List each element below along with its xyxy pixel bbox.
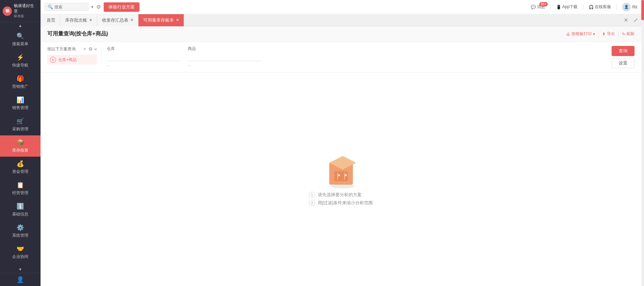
- page-header-actions: 🖨 按模板打印 ▾ ⬆ 导出 ↻ 刷新: [566, 31, 635, 37]
- scroll-up-arrow[interactable]: ▲: [0, 22, 41, 29]
- tab-available[interactable]: 可用量库存账本 ✕: [138, 14, 184, 26]
- sidebar-item-purchase[interactable]: 🛒 采购管理: [0, 114, 41, 135]
- empty-step-2: 2 用[过滤]条件来缩小分析范围: [309, 200, 373, 206]
- topbar: 🔍 ▾ ⚙ 体验行业方案 💬 消息 99+ 📱 App下载 🎧 在线客服: [41, 0, 641, 14]
- divider-header1: [598, 31, 599, 37]
- warehouse-input[interactable]: [107, 53, 181, 61]
- refresh-icon: ↻: [622, 32, 625, 36]
- settings-scheme-btn[interactable]: ⚙: [88, 46, 93, 52]
- product-more-btn[interactable]: ···: [188, 63, 262, 68]
- service-btn[interactable]: 🎧 在线客服: [589, 4, 611, 10]
- logo-text: 畅康通好生意 标准版: [14, 3, 38, 19]
- filter-actions: 查询 设置: [612, 46, 635, 68]
- user-avatar: 👤: [622, 3, 631, 11]
- empty-steps: 1 请先选择要分析的方案 2 用[过滤]条件来缩小分析范围: [309, 192, 373, 206]
- tab-expand-btn[interactable]: ⤢: [632, 16, 640, 24]
- tab-batch[interactable]: 库存批次账 ✕: [60, 14, 97, 26]
- sidebar-item-finance[interactable]: 💰 资金管理: [0, 157, 41, 178]
- sidebar-user-bottom[interactable]: 👤: [0, 273, 41, 286]
- tab-available-close[interactable]: ✕: [176, 18, 179, 22]
- system-icon: ⚙️: [17, 224, 24, 231]
- chevron-down-icon[interactable]: ▾: [91, 4, 94, 9]
- filter-area: 按以下方案查询 ＋ ⚙ « ↻ 仓库+商品 仓库 ···: [41, 42, 641, 73]
- basic-icon: ℹ️: [17, 203, 24, 210]
- sidebar-item-operations[interactable]: 📋 经营管理: [0, 178, 41, 199]
- sidebar-logo: 畅 畅康通好生意 标准版: [0, 0, 41, 22]
- sidebar: 畅 畅康通好生意 标准版 ▲ 🔍 搜索菜单 ⚡ 快捷导航 🎁 营销推广 📊 销售…: [0, 0, 41, 286]
- search-input[interactable]: [54, 5, 85, 9]
- refresh-btn[interactable]: ↻ 刷新: [622, 31, 635, 37]
- sidebar-item-sales[interactable]: 📊 销售管理: [0, 93, 41, 114]
- empty-step-1: 1 请先选择要分析的方案: [309, 192, 373, 198]
- user-profile-btn[interactable]: 👤 Rit: [622, 3, 637, 11]
- query-btn[interactable]: 查询: [612, 46, 635, 56]
- inventory-icon: 📦: [17, 139, 24, 146]
- svg-point-7: [345, 174, 347, 176]
- svg-point-0: [331, 184, 355, 188]
- shortcut-icon: ⚡: [17, 54, 24, 61]
- filter-fields: 仓库 ··· 商品 ···: [107, 46, 606, 68]
- print-btn[interactable]: 🖨 按模板打印 ▾: [566, 31, 595, 37]
- product-input[interactable]: [188, 53, 262, 61]
- marketing-icon: 🎁: [17, 75, 24, 82]
- sales-icon: 📊: [17, 96, 24, 104]
- empty-state: 1 请先选择要分析的方案 2 用[过滤]条件来缩小分析范围: [41, 73, 641, 286]
- headset-icon: 🎧: [589, 5, 594, 9]
- page-header: 可用量查询(按仓库+商品) 🖨 按模板打印 ▾ ⬆ 导出 ↻ 刷新: [41, 26, 641, 42]
- step-num-1: 1: [309, 192, 315, 198]
- message-badge: 99+: [539, 2, 548, 6]
- tab-close-all-btn[interactable]: ✕: [622, 16, 630, 24]
- filter-field-product: 商品 ···: [188, 46, 262, 68]
- page-content: 可用量查询(按仓库+商品) 🖨 按模板打印 ▾ ⬆ 导出 ↻ 刷新: [41, 26, 641, 286]
- tab-actions: ✕ ⤢: [622, 16, 640, 24]
- search-icon-topbar: 🔍: [48, 4, 53, 9]
- filter-field-warehouse: 仓库 ···: [107, 46, 181, 68]
- scheme-item-warehouse-product[interactable]: ↻ 仓库+商品: [47, 55, 97, 65]
- tab-summary-close[interactable]: ✕: [130, 18, 133, 22]
- sidebar-item-system[interactable]: ⚙️ 系统管理: [0, 220, 41, 242]
- divider3: [616, 4, 617, 10]
- phone-icon: 📱: [556, 5, 561, 9]
- print-icon: 🖨: [566, 32, 570, 36]
- divider1: [550, 4, 551, 10]
- purchase-icon: 🛒: [17, 118, 24, 125]
- main-area: 🔍 ▾ ⚙ 体验行业方案 💬 消息 99+ 📱 App下载 🎧 在线客服: [41, 0, 641, 286]
- scroll-down-arrow[interactable]: ▼: [0, 266, 41, 273]
- tab-summary[interactable]: 收发存汇总表 ✕: [97, 14, 138, 26]
- sidebar-item-search[interactable]: 🔍 搜索菜单: [0, 29, 41, 50]
- filter-scheme-panel: 按以下方案查询 ＋ ⚙ « ↻ 仓库+商品: [47, 46, 101, 65]
- sidebar-item-basic[interactable]: ℹ️ 基础信息: [0, 199, 41, 220]
- add-scheme-btn[interactable]: ＋: [82, 46, 87, 52]
- tab-home[interactable]: 首页: [42, 14, 60, 26]
- scrollbar-thumb[interactable]: [641, 0, 644, 20]
- app-download-btn[interactable]: 📱 App下载: [556, 4, 577, 10]
- sidebar-nav: 🔍 搜索菜单 ⚡ 快捷导航 🎁 营销推广 📊 销售管理 🛒 采购管理 📦 库存核…: [0, 29, 41, 266]
- filter-settings-btn[interactable]: 设置: [612, 58, 635, 68]
- tab-batch-close[interactable]: ✕: [89, 18, 92, 22]
- warehouse-more-btn[interactable]: ···: [107, 63, 181, 68]
- gear-icon[interactable]: ⚙: [96, 4, 101, 10]
- svg-point-6: [338, 174, 340, 176]
- divider2: [583, 4, 583, 10]
- industry-btn[interactable]: 体验行业方案: [104, 2, 139, 12]
- sidebar-item-enterprise[interactable]: 🤝 企业协同: [0, 242, 41, 263]
- topbar-search-box[interactable]: 🔍: [45, 3, 88, 11]
- operations-icon: 📋: [17, 181, 24, 189]
- finance-icon: 💰: [17, 160, 24, 167]
- sidebar-item-marketing[interactable]: 🎁 营销推广: [0, 72, 41, 93]
- message-btn[interactable]: 💬 消息 99+: [531, 4, 545, 10]
- sidebar-item-guide[interactable]: 📖 新手引导: [0, 263, 41, 266]
- sidebar-item-shortcut[interactable]: ⚡ 快捷导航: [0, 50, 41, 72]
- page-title: 可用量查询(按仓库+商品): [47, 30, 108, 37]
- step-num-2: 2: [309, 200, 315, 206]
- chevron-print-icon: ▾: [593, 32, 595, 36]
- right-scrollbar[interactable]: [641, 0, 644, 286]
- scheme-icon: ↻: [50, 57, 56, 63]
- collapse-scheme-btn[interactable]: «: [94, 46, 97, 52]
- export-btn[interactable]: ⬆ 导出: [602, 31, 615, 37]
- message-icon: 💬: [531, 5, 536, 9]
- user-avatar-bottom: 👤: [17, 276, 24, 283]
- empty-illustration: [324, 153, 358, 186]
- search-icon: 🔍: [17, 32, 24, 40]
- sidebar-item-inventory[interactable]: 📦 库存核算: [0, 135, 41, 157]
